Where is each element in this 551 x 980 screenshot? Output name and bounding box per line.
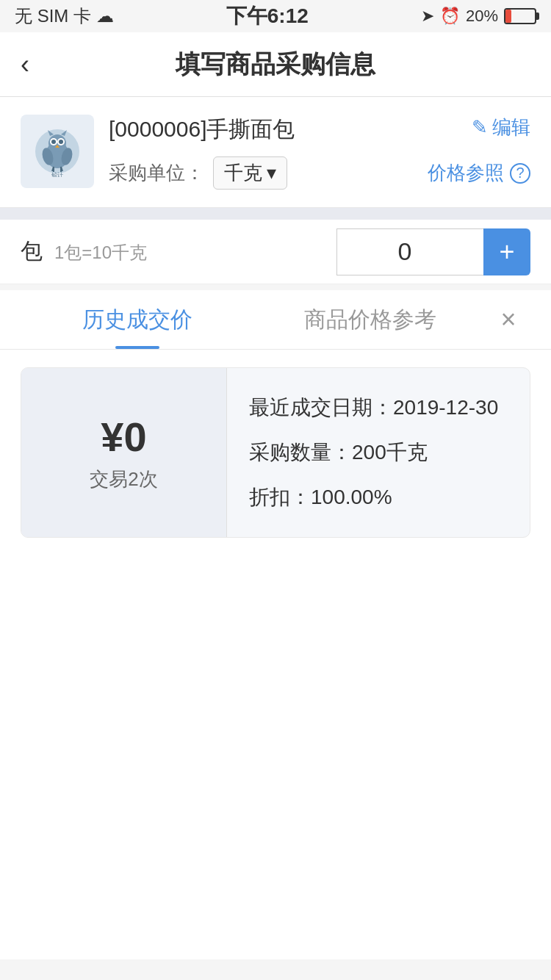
tab-active-indicator (115, 346, 159, 349)
status-right: ➤ ⏰ 20% (421, 7, 536, 26)
quantity-plus-button[interactable]: + (483, 228, 530, 275)
history-details-panel: 最近成交日期：2019-12-30 采购数量：200千克 折扣：100.00% (227, 368, 530, 537)
unit-label: 采购单位： (109, 160, 204, 186)
status-bar: 无 SIM 卡 ☁ 下午6:12 ➤ ⏰ 20% (0, 0, 551, 32)
quantity-left: 包 1包=10千克 (21, 237, 147, 267)
product-card: 鲸计 [0000006]手撕面包 ✎ 编辑 采购单位： 千克 ▾ 价格参照 ? (0, 97, 551, 208)
product-thumbnail: 鲸计 (21, 115, 94, 188)
product-name: [0000006]手撕面包 (109, 115, 295, 145)
help-icon: ? (510, 163, 530, 184)
battery-icon (504, 8, 536, 24)
status-left: 无 SIM 卡 ☁ (15, 4, 114, 28)
tab-history-label: 历史成交价 (82, 305, 192, 335)
svg-text:鲸计: 鲸计 (51, 172, 63, 177)
empty-area (0, 555, 551, 959)
quantity-input-group: + (336, 228, 530, 275)
product-header: [0000006]手撕面包 ✎ 编辑 (109, 115, 530, 145)
tabs-header: 历史成交价 商品价格参考 × (0, 290, 551, 350)
tab-price-ref-label: 商品价格参考 (304, 305, 436, 335)
status-time: 下午6:12 (226, 2, 309, 30)
history-card: ¥0 交易2次 最近成交日期：2019-12-30 采购数量：200千克 折扣：… (21, 367, 530, 538)
price-reference-button[interactable]: 价格参照 ? (428, 160, 530, 186)
edit-icon: ✎ (472, 116, 488, 139)
signal-text: 无 SIM 卡 ☁ (15, 4, 114, 28)
unit-select[interactable]: 千克 ▾ (213, 156, 287, 190)
quantity-value: 200千克 (352, 441, 428, 464)
product-image: 鲸计 (32, 126, 83, 177)
battery-percent: 20% (466, 7, 498, 26)
discount-value: 100.00% (311, 486, 392, 508)
product-info: [0000006]手撕面包 ✎ 编辑 采购单位： 千克 ▾ 价格参照 ? (109, 115, 530, 190)
location-icon: ➤ (421, 7, 434, 26)
price-ref-label: 价格参照 (428, 160, 504, 186)
tab-price-reference[interactable]: 商品价格参考 (253, 290, 486, 349)
product-unit-row: 采购单位： 千克 ▾ 价格参照 ? (109, 156, 530, 190)
tab-history-price[interactable]: 历史成交价 (21, 290, 253, 349)
dropdown-icon: ▾ (267, 162, 276, 184)
edit-button[interactable]: ✎ 编辑 (472, 115, 530, 140)
history-quantity-row: 采购数量：200千克 (249, 436, 508, 469)
history-price-panel: ¥0 交易2次 (21, 368, 227, 537)
edit-label: 编辑 (492, 115, 530, 140)
history-discount-row: 折扣：100.00% (249, 481, 508, 514)
alarm-icon: ⏰ (440, 7, 460, 26)
history-price-value: ¥0 (101, 413, 146, 461)
history-content: ¥0 交易2次 最近成交日期：2019-12-30 采购数量：200千克 折扣：… (0, 350, 551, 555)
quantity-row: 包 1包=10千克 + (0, 220, 551, 284)
quantity-label: 采购数量： (249, 441, 352, 464)
tabs-container: 历史成交价 商品价格参考 × ¥0 交易2次 最近成交日期：2019-12-30… (0, 290, 551, 555)
recent-date-label: 最近成交日期： (249, 396, 393, 419)
unit-value: 千克 (224, 160, 262, 186)
quantity-unit-hint: 1包=10千克 (54, 241, 147, 264)
svg-point-6 (59, 140, 63, 144)
svg-point-5 (51, 140, 56, 144)
section-divider (0, 208, 551, 220)
quantity-unit-label: 包 (21, 237, 43, 267)
history-trades-count: 交易2次 (90, 466, 157, 492)
back-button[interactable]: ‹ (21, 49, 29, 80)
quantity-input[interactable] (336, 228, 483, 275)
tab-close-button[interactable]: × (486, 290, 530, 349)
discount-label: 折扣： (249, 486, 311, 508)
recent-date-value: 2019-12-30 (393, 396, 498, 419)
page-title: 填写商品采购信息 (176, 48, 375, 82)
history-recent-date-row: 最近成交日期：2019-12-30 (249, 392, 508, 425)
nav-bar: ‹ 填写商品采购信息 (0, 32, 551, 97)
